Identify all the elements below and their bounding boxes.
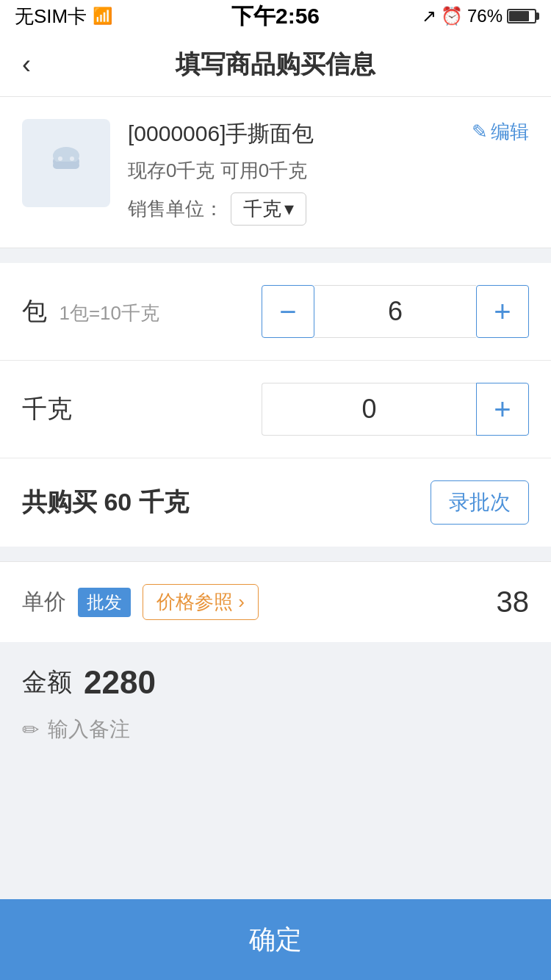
summary-quantity: 60 [104,488,132,516]
kilo-input-row: 千克 + [0,361,551,458]
price-value: 38 [497,586,530,619]
product-stock: 现存0千克 可用0千克 [128,158,529,184]
confirm-bar[interactable]: 确定 [0,899,551,980]
location-icon: ↗ [422,6,436,26]
kilo-label: 千克 [22,392,72,426]
back-icon: ‹ [22,49,31,79]
product-logo-icon [44,141,88,185]
svg-point-5 [70,156,74,161]
package-quantity-control: − + [262,285,529,338]
unit-dropdown-icon: ▾ [284,198,294,220]
package-sublabel: 1包=10千克 [59,302,159,324]
summary-unit: 千克 [139,488,189,516]
kilo-quantity-input[interactable] [262,383,476,436]
status-left: 无SIM卡 📶 [15,4,112,29]
package-label-group: 包 1包=10千克 [22,295,159,328]
product-name: [0000006]手撕面包 [128,119,472,149]
nav-bar: ‹ 填写商品购买信息 [0,32,551,97]
section-divider-2 [0,547,551,561]
price-reference-button[interactable]: 价格参照 › [143,584,259,620]
unit-value: 千克 [243,196,281,222]
battery-percent: 76% [467,6,503,26]
pencil-icon: ✏ [22,718,39,742]
svg-rect-3 [53,162,79,169]
batch-button[interactable]: 录批次 [431,480,529,525]
svg-point-4 [58,156,62,161]
price-tag-wholesale: 批发 [78,588,131,617]
alarm-icon: ⏰ [441,6,463,26]
unit-select[interactable]: 千克 ▾ [231,192,306,226]
summary-label: 共购买 60 千克 [22,488,189,516]
status-time: 下午2:56 [231,1,320,32]
carrier-text: 无SIM卡 [15,4,87,29]
note-placeholder: 输入备注 [48,716,130,743]
status-right: ↗ ⏰ 76% [422,6,536,26]
edit-button[interactable]: ✎ 编辑 [472,119,529,145]
summary-text: 共购买 60 千克 [22,486,189,519]
amount-section: 金额 2280 ✏ 输入备注 [0,642,551,899]
package-input-row: 包 1包=10千克 − + [0,263,551,361]
status-bar: 无SIM卡 📶 下午2:56 ↗ ⏰ 76% [0,0,551,32]
product-unit-row: 销售单位： 千克 ▾ [128,192,529,226]
wifi-icon: 📶 [93,7,112,26]
product-card: [0000006]手撕面包 ✎ 编辑 现存0千克 可用0千克 销售单位： 千克 … [0,97,551,248]
amount-label: 金额 [22,666,72,699]
battery-icon [507,9,536,24]
package-decrement-button[interactable]: − [262,285,314,338]
kilo-quantity-control: + [262,383,529,436]
amount-row: 金额 2280 [22,664,529,701]
price-section: 单价 批发 价格参照 › 38 [0,561,551,642]
kilo-increment-button[interactable]: + [476,383,529,436]
confirm-label: 确定 [249,922,302,958]
amount-value: 2280 [84,664,156,701]
package-quantity-input[interactable] [314,285,476,338]
section-divider-1 [0,248,551,263]
input-section: 包 1包=10千克 − + 千克 + 共购买 60 千克 录批次 [0,263,551,547]
back-button[interactable]: ‹ [15,42,38,87]
unit-label: 销售单位： [128,196,223,222]
page-title: 填写商品购买信息 [176,48,375,82]
note-row[interactable]: ✏ 输入备注 [22,716,529,743]
package-increment-button[interactable]: + [476,285,529,338]
price-label: 单价 [22,587,66,617]
product-info: [0000006]手撕面包 ✎ 编辑 现存0千克 可用0千克 销售单位： 千克 … [128,119,529,226]
package-label: 包 [22,297,47,325]
summary-row: 共购买 60 千克 录批次 [0,458,551,547]
product-image [22,119,110,207]
edit-icon: ✎ [472,120,488,143]
edit-label: 编辑 [491,119,529,145]
